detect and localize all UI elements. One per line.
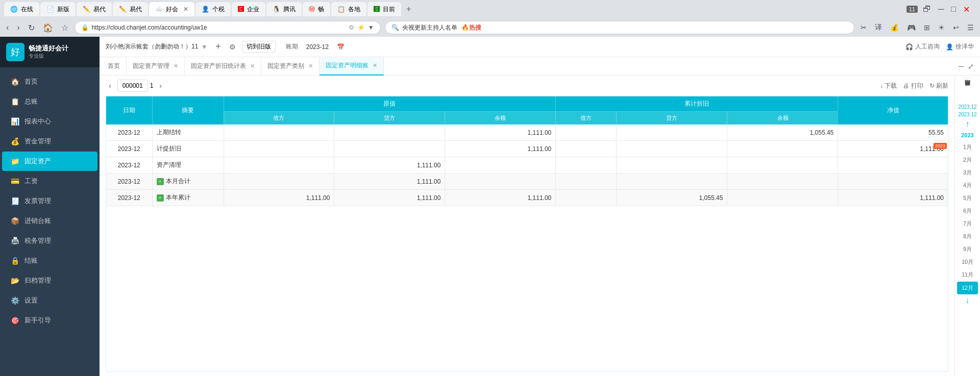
restore-tab-button[interactable]: ⤢ — [968, 62, 974, 70]
bookmark-button[interactable]: ☆ — [59, 21, 70, 35]
maximize-button[interactable]: □ — [949, 3, 958, 16]
period-month-4[interactable]: 4月 — [955, 179, 980, 192]
sidebar-item-settings[interactable]: ⚙️ 设置 — [2, 291, 97, 310]
browser-tab-9[interactable]: Ⓜ 畅 — [303, 2, 330, 16]
header-net-value: 净值 — [838, 96, 948, 124]
account-settings-button[interactable]: ⚙ — [229, 43, 236, 51]
cell-orig-balance-1: 1,111.00 — [445, 124, 556, 141]
period-scroll-up-button[interactable]: ↑ — [955, 118, 980, 130]
sidebar-item-funds[interactable]: 💰 资金管理 — [2, 132, 97, 151]
restore-window-button[interactable]: 🗗 — [921, 3, 933, 16]
print-button[interactable]: 🖨 打印 — [903, 82, 923, 90]
tab-asset-detail-ledger-close[interactable]: ✕ — [373, 62, 377, 69]
period-scroll-down-button[interactable]: ↓ — [955, 295, 980, 306]
period-month-9[interactable]: 9月 — [955, 243, 980, 256]
switch-version-button[interactable]: 切到旧版 — [242, 41, 276, 53]
header-dep-debit: 借方 — [556, 112, 617, 125]
browser-tab-1[interactable]: 🌐 在线 — [4, 2, 39, 16]
sidebar-label-general-ledger: 总账 — [24, 97, 38, 106]
sidebar-label-payroll: 工资 — [24, 177, 38, 186]
add-account-button[interactable]: + — [213, 41, 223, 52]
sidebar-item-guide[interactable]: 🎯 新手引导 — [2, 311, 97, 330]
browser-tab-2[interactable]: 📄 新版 — [40, 2, 76, 16]
hot-search-label[interactable]: 🔥热搜 — [461, 23, 481, 32]
user-info[interactable]: 👤 徐泽华 — [946, 42, 974, 51]
minimize-tab-button[interactable]: ─ — [959, 62, 964, 70]
download-button[interactable]: ↓ 下载 — [880, 82, 897, 90]
browser-tab-6[interactable]: 👤 个税 — [195, 2, 231, 16]
consultation-button[interactable]: 🎧 人工咨询 — [905, 42, 940, 51]
tab-favicon-11: 🆂 — [374, 6, 380, 13]
tab-close-5[interactable]: ✕ — [183, 6, 188, 13]
sidebar-item-reports[interactable]: 📊 报表中心 — [2, 112, 97, 131]
sidebar-item-tax[interactable]: 🖨️ 税务管理 — [2, 231, 97, 250]
browser-tab-8[interactable]: 🐧 腾讯 — [266, 2, 302, 16]
tab-fixed-assets-mgmt-close[interactable]: ✕ — [174, 63, 178, 69]
browser-tab-11[interactable]: 🆂 目前 — [368, 2, 401, 16]
tab-favicon-6: 👤 — [202, 6, 209, 13]
sidebar-item-archive[interactable]: 📂 归档管理 — [2, 271, 97, 290]
tab-depreciation-stats[interactable]: 固定资产折旧统计表 ✕ — [185, 57, 261, 76]
period-month-12[interactable]: 12月 — [957, 282, 978, 294]
home-button[interactable]: 🏠 — [41, 21, 55, 35]
browser-tab-5[interactable]: ☁️ 好会 ✕ — [149, 2, 194, 16]
account-selector[interactable]: 刘小艳演示账套（勿删勿动！）11 ▼ — [106, 42, 207, 51]
browser-tab-7[interactable]: 🅲 企业 — [232, 2, 265, 16]
reload-button[interactable]: ↻ — [26, 21, 37, 35]
period-month-1[interactable]: 1月 — [955, 141, 980, 154]
period-month-7[interactable]: 7月 — [955, 217, 980, 230]
scissors-icon[interactable]: ✂ — [859, 22, 869, 33]
tab-depreciation-stats-close[interactable]: ✕ — [250, 63, 255, 69]
period-month-2[interactable]: 2月 — [955, 154, 980, 166]
menu-icon[interactable]: ☰ — [965, 22, 976, 33]
dropdown-arrow[interactable]: ▼ — [368, 24, 374, 31]
tab-fixed-assets-mgmt[interactable]: 固定资产管理 ✕ — [127, 57, 185, 76]
minimize-button[interactable]: ─ — [936, 3, 946, 16]
grid-icon[interactable]: ⊞ — [922, 22, 932, 33]
cell-orig-debit-5: 1,111.00 — [224, 190, 334, 206]
period-month-3[interactable]: 3月 — [955, 166, 980, 179]
next-page-button[interactable]: › — [156, 81, 165, 91]
browser-tab-4[interactable]: ✏️ 易代 — [113, 2, 148, 16]
forward-button[interactable]: › — [15, 21, 21, 34]
browser-tab-3[interactable]: ✏️ 易代 — [77, 2, 112, 16]
search-bar[interactable]: 🔍 央视更新主持人名单 🔥热搜 — [385, 21, 854, 34]
tab-home[interactable]: 首页 — [102, 57, 127, 76]
sidebar-item-invoice[interactable]: 🧾 发票管理 — [2, 191, 97, 211]
wallet-icon[interactable]: 💰 — [888, 22, 901, 33]
back-button[interactable]: ‹ — [4, 21, 11, 34]
period-selector-title: 期间选择 — [963, 78, 972, 103]
tab-asset-category[interactable]: 固定资产类别 ✕ — [261, 57, 320, 76]
sidebar-item-home[interactable]: 🏠 首页 — [2, 72, 97, 91]
page-number-input[interactable] — [117, 80, 148, 92]
browser-tab-10[interactable]: 📋 各地 — [331, 2, 366, 16]
pagination-row: ‹ 1 › ↓ 下载 🖨 打印 ↻ 刷新 — [106, 80, 948, 92]
prev-page-button[interactable]: ‹ — [106, 81, 114, 91]
sidebar-item-general-ledger[interactable]: 📋 总账 — [2, 92, 97, 111]
cell-net-2: 1,111.00 2023 — [838, 141, 948, 157]
cell-net-4 — [838, 173, 948, 190]
sidebar-item-closing[interactable]: 🔒 结账 — [2, 251, 97, 270]
site-info-icon: ⚙ — [349, 24, 354, 31]
cell-orig-balance-5: 1,111.00 — [445, 190, 556, 206]
translate-icon[interactable]: 译 — [873, 22, 884, 33]
address-bar[interactable]: 🔒 https://cloud.chanjet.com/accounting/u… — [75, 21, 381, 34]
brightness-icon[interactable]: ☀ — [936, 22, 947, 33]
refresh-button[interactable]: ↻ 刷新 — [929, 82, 948, 90]
tab-asset-detail-ledger[interactable]: 固定资产明细账 ✕ — [320, 57, 384, 76]
funds-icon: 💰 — [10, 137, 19, 146]
game-icon[interactable]: 🎮 — [905, 22, 918, 33]
tab-asset-category-close[interactable]: ✕ — [308, 63, 313, 69]
calendar-icon[interactable]: 📅 — [337, 43, 345, 51]
sidebar-item-fixed-assets[interactable]: 📁 固定资产 — [2, 152, 97, 171]
period-month-5[interactable]: 5月 — [955, 192, 980, 205]
period-month-10[interactable]: 10月 — [955, 256, 980, 268]
sidebar-item-payroll[interactable]: 💳 工资 — [2, 171, 97, 191]
sidebar-item-purchase-sales[interactable]: 📦 进销台账 — [2, 211, 97, 231]
period-month-11[interactable]: 11月 — [955, 268, 980, 281]
period-month-8[interactable]: 8月 — [955, 230, 980, 243]
history-icon[interactable]: ↩ — [951, 22, 961, 33]
close-window-button[interactable]: ✕ — [961, 3, 972, 16]
new-tab-button[interactable]: + — [402, 3, 415, 16]
period-month-6[interactable]: 6月 — [955, 205, 980, 217]
